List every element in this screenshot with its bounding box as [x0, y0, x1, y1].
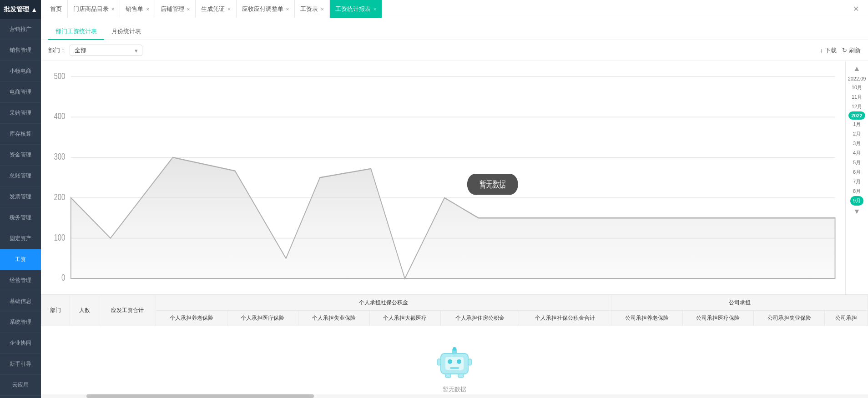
tab-首页[interactable]: 首页 [45, 0, 68, 18]
sidebar-item-资金管理[interactable]: 资金管理 [0, 145, 41, 166]
refresh-icon: ↻ [842, 47, 847, 54]
col-personal-pension: 个人承担养老保险 [156, 311, 227, 326]
tab-close-icon[interactable]: × [373, 6, 376, 12]
sidebar-item-新手引导[interactable]: 新手引导 [0, 354, 41, 375]
robot-icon [436, 344, 473, 381]
tab-label: 工资表 [300, 5, 318, 13]
svg-text:0: 0 [61, 272, 66, 283]
timeline-month-7[interactable]: 7月 [850, 177, 863, 186]
download-label: 下载 [825, 46, 837, 55]
tab-bar-right: ✕ [851, 3, 864, 15]
tab-close-icon[interactable]: × [286, 6, 289, 12]
download-button[interactable]: ↓ 下载 [820, 46, 837, 55]
timeline-month-1[interactable]: 1月 [850, 120, 863, 129]
content-area: 部门工资统计表 月份统计表 部门： 全部 ↓ 下载 ↻ 刷新 [41, 18, 868, 398]
sidebar-item-发票管理[interactable]: 发票管理 [0, 186, 41, 207]
svg-rect-25 [458, 374, 464, 378]
timeline-month-2[interactable]: 2月 [850, 129, 863, 139]
data-table: 部门 人数 应发工资合计 个人承担社保公积金 公司承担 个人承担养老保险 个人承… [41, 295, 868, 394]
sidebar-item-工资[interactable]: 工资 [0, 249, 41, 270]
timeline-month-6[interactable]: 6月 [850, 167, 863, 177]
tab-label: 生成凭证 [201, 5, 225, 13]
no-data-row: 暂无数据 [41, 326, 868, 395]
sidebar-item-企业协同[interactable]: 企业协同 [0, 333, 41, 354]
sub-tab-部门工资统计表[interactable]: 部门工资统计表 [48, 24, 104, 40]
tab-店铺管理[interactable]: 店铺管理 × [155, 0, 196, 18]
timeline-month-8[interactable]: 8月 [850, 186, 863, 196]
col-company-insurance: 公司承担 [611, 295, 868, 311]
close-all-tabs-button[interactable]: ✕ [851, 3, 861, 15]
timeline-month-9[interactable]: 9月 [850, 196, 863, 206]
sub-tabs: 部门工资统计表 月份统计表 [41, 18, 868, 40]
tab-工资表[interactable]: 工资表 × [295, 0, 329, 18]
col-personal-total: 个人承担社保公积金合计 [519, 311, 611, 326]
svg-point-21 [453, 347, 456, 351]
timeline-sidebar: ▲ 2022.09 10月 11月 12月 2022 1月 2月 3月 4月 5… [845, 61, 868, 294]
tab-close-icon[interactable]: × [321, 6, 323, 12]
timeline-nav-down[interactable]: ▼ [852, 206, 863, 217]
timeline-month-3[interactable]: 3月 [850, 139, 863, 148]
sidebar-item-云应用[interactable]: 云应用 [0, 375, 41, 396]
sidebar-header[interactable]: 批发管理 ▲ [0, 0, 41, 19]
sidebar-title: 批发管理 [4, 5, 29, 14]
timeline-month-5[interactable]: 5月 [850, 158, 863, 167]
col-company-other: 公司承担 [825, 311, 868, 326]
refresh-label: 刷新 [849, 46, 861, 55]
svg-text:400: 400 [54, 111, 65, 121]
refresh-button[interactable]: ↻ 刷新 [842, 46, 861, 55]
tab-bar: 首页 门店商品目录 × 销售单 × 店铺管理 × 生成凭证 × 应收应付调整单 … [41, 0, 868, 18]
sidebar-item-电商管理[interactable]: 电商管理 [0, 82, 41, 103]
tab-应收应付调整单[interactable]: 应收应付调整单 × [237, 0, 295, 18]
tab-工资统计报表[interactable]: 工资统计报表 × [330, 0, 382, 18]
sidebar-item-经营管理[interactable]: 经营管理 [0, 270, 41, 291]
svg-rect-19 [450, 367, 459, 369]
svg-rect-22 [437, 359, 441, 365]
svg-point-18 [457, 359, 461, 364]
timeline-month-12[interactable]: 12月 [849, 102, 865, 111]
svg-text:500: 500 [54, 71, 65, 81]
tab-门店商品目录[interactable]: 门店商品目录 × [68, 0, 120, 18]
toolbar: 部门： 全部 ↓ 下载 ↻ 刷新 [41, 40, 868, 61]
svg-text:200: 200 [54, 192, 65, 202]
scrollbar-thumb[interactable] [86, 394, 314, 398]
sidebar-toggle-icon: ▲ [31, 6, 37, 13]
tab-close-icon[interactable]: × [227, 6, 230, 12]
tab-label: 门店商品目录 [73, 5, 109, 13]
sub-tab-月份统计表[interactable]: 月份统计表 [104, 24, 148, 40]
col-company-pension: 公司承担养老保险 [611, 311, 682, 326]
col-personal-insurance: 个人承担社保公积金 [156, 295, 611, 311]
timeline-nav-up[interactable]: ▲ [852, 63, 863, 75]
sidebar-item-基础信息[interactable]: 基础信息 [0, 291, 41, 312]
dept-label: 部门： [48, 46, 66, 55]
sidebar-item-固定资产[interactable]: 固定资产 [0, 228, 41, 249]
sidebar-item-系统管理[interactable]: 系统管理 [0, 312, 41, 333]
sidebar-item-营销推广[interactable]: 营销推广 [0, 19, 41, 40]
chart-svg: 500 400 300 200 100 0 [48, 65, 841, 290]
sidebar-item-采购管理[interactable]: 采购管理 [0, 103, 41, 124]
timeline-month-11[interactable]: 11月 [849, 92, 865, 102]
timeline-month-10[interactable]: 10月 [849, 83, 865, 92]
sidebar-settings-button[interactable]: ⚙ [0, 396, 41, 398]
dept-select-wrapper: 全部 [70, 45, 142, 56]
sidebar-item-总账管理[interactable]: 总账管理 [0, 166, 41, 186]
chart-area: 500 400 300 200 100 0 [41, 61, 868, 294]
tab-销售单[interactable]: 销售单 × [120, 0, 155, 18]
timeline-month-4[interactable]: 4月 [850, 148, 863, 158]
sidebar-item-销售管理[interactable]: 销售管理 [0, 40, 41, 61]
col-dept: 部门 [41, 295, 70, 326]
tab-生成凭证[interactable]: 生成凭证 × [196, 0, 236, 18]
sidebar-item-税务管理[interactable]: 税务管理 [0, 207, 41, 228]
tab-label: 首页 [50, 5, 62, 13]
tab-close-icon[interactable]: × [111, 6, 114, 12]
tab-close-icon[interactable]: × [187, 6, 190, 12]
col-company-unemployment: 公司承担失业保险 [754, 311, 825, 326]
tab-close-icon[interactable]: × [146, 6, 149, 12]
sidebar-item-小畅电商[interactable]: 小畅电商 [0, 61, 41, 82]
toolbar-right: ↓ 下载 ↻ 刷新 [820, 46, 861, 55]
timeline-year-2022[interactable]: 2022.09 [845, 75, 868, 83]
horizontal-scrollbar[interactable] [41, 394, 868, 398]
dept-select[interactable]: 全部 [70, 45, 142, 56]
sidebar-item-库存核算[interactable]: 库存核算 [0, 124, 41, 145]
no-data-text: 暂无数据 [443, 385, 466, 393]
timeline-year-current[interactable]: 2022 [848, 111, 865, 120]
